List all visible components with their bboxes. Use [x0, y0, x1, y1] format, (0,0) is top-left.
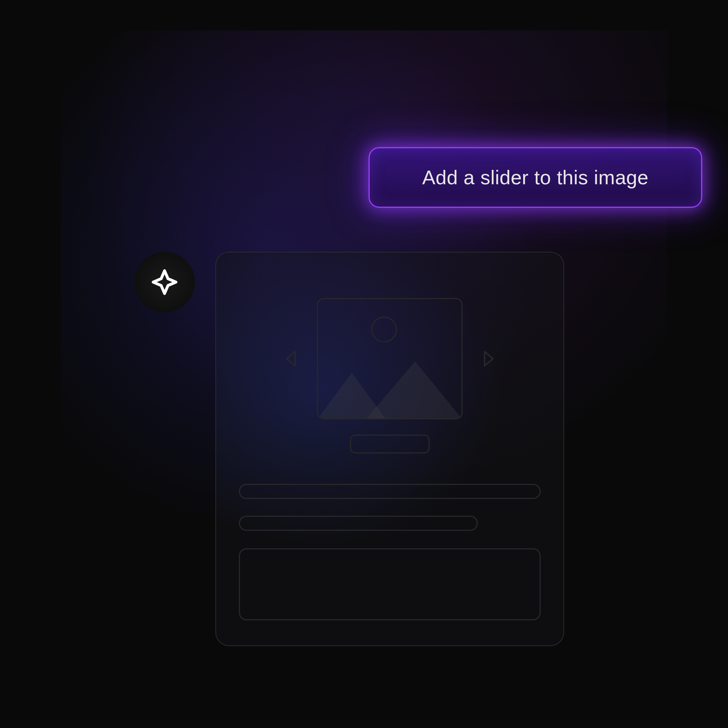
text-line-skeleton — [239, 516, 478, 531]
text-line-skeleton — [239, 484, 541, 499]
ai-assist-button[interactable] — [134, 252, 195, 312]
card-skeleton — [239, 548, 541, 620]
caption-skeleton — [350, 435, 430, 453]
image-placeholder[interactable] — [317, 298, 463, 419]
svg-marker-0 — [287, 351, 295, 366]
svg-marker-3 — [485, 351, 493, 366]
placeholder-mountains-icon — [318, 358, 461, 418]
ai-prompt-chip[interactable]: Add a slider to this image — [369, 147, 702, 208]
slider-prev-button[interactable] — [284, 349, 299, 368]
sparkle-icon — [151, 268, 178, 296]
svg-marker-2 — [367, 361, 461, 418]
placeholder-sun-icon — [371, 317, 397, 342]
chevron-right-icon — [481, 349, 496, 368]
slider-next-button[interactable] — [481, 349, 496, 368]
ai-prompt-text: Add a slider to this image — [422, 166, 649, 189]
image-slider — [216, 298, 563, 419]
chevron-left-icon — [284, 349, 299, 368]
page-wireframe — [215, 252, 564, 646]
